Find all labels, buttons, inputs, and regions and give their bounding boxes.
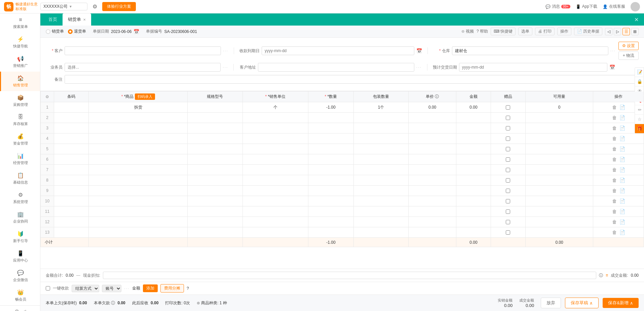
th-settings[interactable]: ⚙: [41, 91, 54, 102]
gift-checkbox-1[interactable]: [506, 105, 510, 110]
shortcut-btn[interactable]: ⌨ 快捷键: [491, 28, 516, 35]
delete-btn[interactable]: 🗑: [611, 135, 617, 142]
copy-btn[interactable]: 📄: [619, 208, 626, 215]
delete-btn[interactable]: 🗑: [611, 187, 617, 194]
radio-return-order[interactable]: 退货单: [68, 29, 86, 34]
row-barcode-1[interactable]: [54, 102, 89, 113]
grid-view-icon[interactable]: ⊞: [631, 28, 639, 35]
settings-gear-button[interactable]: ⚙: [90, 2, 100, 11]
message-item[interactable]: 💬 消息 99+: [545, 4, 570, 9]
company-selector[interactable]: XXXXXX公司 ▼: [40, 3, 87, 10]
sidebar-item-app-center[interactable]: 📱 应用中心: [0, 247, 40, 266]
copy-row-1-btn[interactable]: 📄: [619, 104, 626, 111]
calendar-icon[interactable]: 📅: [134, 29, 139, 34]
delete-btn[interactable]: 🗑: [611, 229, 617, 236]
sidebar-item-inventory[interactable]: 🗄 库存核算: [0, 111, 40, 130]
row-spec-1[interactable]: [188, 102, 242, 113]
row-product-2[interactable]: [89, 113, 188, 123]
delete-btn[interactable]: 🗑: [611, 208, 617, 215]
trial-button[interactable]: 体验行业方案: [102, 2, 136, 11]
payment-method-select[interactable]: 结算方式: [72, 285, 99, 292]
save-new-button[interactable]: 保存&新增 ∧: [603, 298, 639, 308]
gift-checkbox[interactable]: [506, 220, 510, 224]
tab-close-icon[interactable]: ✕: [83, 18, 86, 22]
list-view-icon[interactable]: ☰: [622, 28, 630, 35]
delete-btn[interactable]: 🗑: [611, 177, 617, 184]
tab-home[interactable]: 首页: [43, 13, 63, 26]
setting-button[interactable]: ⚙ 设置: [618, 42, 639, 50]
row-amount-2[interactable]: [456, 113, 491, 123]
row-unit-1[interactable]: 个: [242, 102, 308, 113]
copy-btn[interactable]: 📄: [619, 187, 626, 194]
right-panel-gift[interactable]: 🎁: [635, 124, 644, 133]
sidebar-item-guide[interactable]: 🔰 新手引导: [0, 227, 40, 247]
gift-checkbox[interactable]: [506, 168, 510, 172]
customer-dots-icon[interactable]: ···: [223, 48, 228, 53]
delete-btn[interactable]: 🗑: [611, 125, 617, 131]
app-download-item[interactable]: 📱 App下载: [576, 4, 597, 9]
sidebar-item-system[interactable]: ⚙ 系统管理: [0, 188, 40, 208]
row-quantity-2[interactable]: [308, 113, 353, 123]
row-product-1[interactable]: 拆货: [89, 102, 188, 113]
delete-btn[interactable]: 🗑: [611, 166, 617, 173]
copy-btn[interactable]: 📄: [619, 156, 626, 163]
gift-checkbox[interactable]: [506, 147, 510, 151]
salesman-input[interactable]: [65, 63, 221, 72]
print-btn[interactable]: 🖨 打印: [535, 28, 554, 35]
delete-btn[interactable]: 🗑: [611, 219, 617, 225]
expected-delivery-calendar-icon[interactable]: 📅: [609, 65, 615, 70]
copy-btn[interactable]: 📄: [619, 219, 626, 225]
row-gift-2[interactable]: [491, 113, 525, 123]
video-link[interactable]: ⊙ 视频: [461, 29, 474, 34]
gift-checkbox[interactable]: [506, 178, 510, 183]
right-panel-note[interactable]: 📝: [635, 68, 644, 77]
row-unit-2[interactable]: [242, 113, 308, 123]
tab-sales-order[interactable]: 销货单 ✕: [63, 13, 91, 26]
one-click-payment-checkbox[interactable]: [46, 286, 50, 290]
row-spec-2[interactable]: [188, 113, 242, 123]
sidebar-item-member[interactable]: 👑 畅会员: [0, 286, 40, 305]
select-btn[interactable]: 选单: [518, 28, 532, 35]
address-dots-icon[interactable]: ···: [416, 65, 422, 70]
avatar[interactable]: [631, 2, 640, 11]
row-pack-qty-1[interactable]: 1个: [353, 102, 408, 113]
sidebar-item-finance[interactable]: 💰 资金管理: [0, 130, 40, 149]
sidebar-item-basic-info[interactable]: 📋 基础信息: [0, 169, 40, 188]
payment-date-input[interactable]: [262, 46, 414, 55]
sidebar-item-quick-nav[interactable]: ⚡ 快捷导航: [0, 33, 40, 52]
next-icon[interactable]: ▷: [614, 28, 621, 35]
right-panel-lock[interactable]: 🔒: [635, 77, 644, 86]
copy-row-2-btn[interactable]: 📄: [619, 114, 626, 121]
copy-btn[interactable]: 📄: [619, 177, 626, 184]
history-btn[interactable]: 📄 历史单据: [574, 28, 602, 35]
gift-checkbox[interactable]: [506, 189, 510, 193]
copy-btn[interactable]: 📄: [619, 125, 626, 131]
delete-btn[interactable]: 🗑: [611, 146, 617, 152]
salesman-dots-icon[interactable]: ···: [223, 65, 228, 70]
row-unit-price-2[interactable]: [409, 113, 456, 123]
warehouse-dots-icon[interactable]: ···: [610, 48, 616, 53]
logistics-button[interactable]: + 物流: [618, 51, 639, 60]
delete-row-1-btn[interactable]: 🗑: [611, 104, 617, 111]
add-payment-button[interactable]: 添加: [143, 284, 158, 292]
sidebar-item-marketing[interactable]: 📢 营销推广: [0, 52, 40, 72]
save-draft-button[interactable]: 保存草稿 ∧: [565, 298, 599, 308]
sidebar-item-operations[interactable]: 📊 经营管理: [0, 149, 40, 169]
customer-address-input[interactable]: [258, 63, 414, 72]
copy-btn[interactable]: 📄: [619, 229, 626, 236]
gift-checkbox[interactable]: [506, 209, 510, 214]
gift-checkbox[interactable]: [506, 199, 510, 203]
expense-split-button[interactable]: 费用分摊: [160, 284, 184, 293]
copy-btn[interactable]: 📄: [619, 146, 626, 152]
gift-checkbox[interactable]: [506, 157, 510, 162]
copy-btn[interactable]: 📄: [619, 198, 626, 204]
expected-delivery-input[interactable]: [459, 63, 607, 72]
sidebar-item-search-order[interactable]: ≡ 搜索菜单: [0, 13, 40, 33]
nav-close-button[interactable]: ✕: [632, 16, 641, 23]
right-panel-star[interactable]: ☆: [635, 115, 644, 124]
row-amount-1[interactable]: 0.00: [456, 102, 491, 113]
sidebar-item-purchase[interactable]: 📦 采购管理: [0, 91, 40, 111]
row-barcode-2[interactable]: [54, 113, 89, 123]
sidebar-item-enterprise[interactable]: 🏢 企业协同: [0, 208, 40, 227]
warehouse-input[interactable]: [452, 46, 608, 55]
